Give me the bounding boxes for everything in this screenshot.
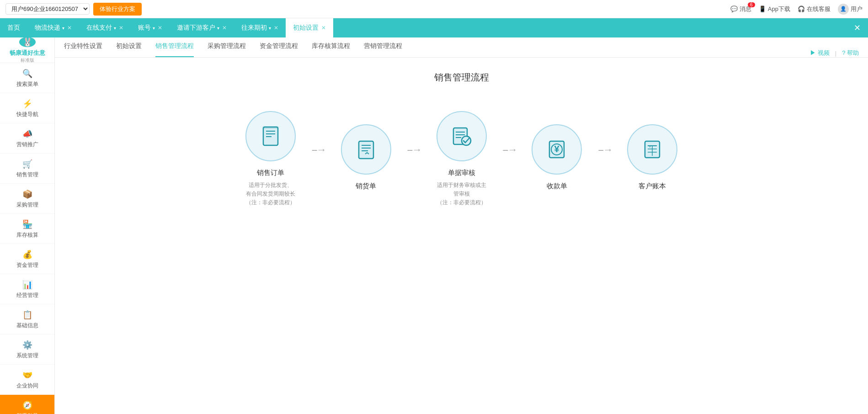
sidebar-item-system-label: 系统管理	[16, 352, 38, 360]
sidebar-item-finance[interactable]: 💰 资金管理	[0, 244, 54, 274]
sub-tab-sales-flow-label: 销售管理流程	[155, 42, 194, 50]
tab-logistics-close[interactable]: ✕	[67, 25, 72, 31]
tab-invite[interactable]: 邀请下游客户 ▾ ✕	[170, 18, 234, 37]
tab-account-close[interactable]: ✕	[158, 25, 162, 31]
sub-tab-finance-flow[interactable]: 资金管理流程	[260, 37, 298, 57]
help-icon: ?	[842, 49, 845, 56]
avatar: 👤	[838, 4, 849, 15]
sub-tabs-right: ▶ 视频 | ? 帮助	[810, 49, 859, 57]
flow-circle-sales-order	[245, 111, 296, 161]
top-bar-right: 💬 消息 6 📱 App下载 🎧 在线客服 👤 用户	[730, 4, 863, 15]
flow-item-customer-ledger-title: 客户账本	[639, 182, 666, 191]
sub-tab-industry[interactable]: 行业特性设置	[64, 37, 102, 57]
sub-tab-sales-flow[interactable]: 销售管理流程	[155, 37, 194, 57]
tab-home[interactable]: 首页	[0, 18, 27, 37]
sidebar-item-purchase-label: 采购管理	[16, 201, 38, 209]
video-icon: ▶	[810, 49, 816, 56]
sub-tab-inventory-flow[interactable]: 库存核算流程	[312, 37, 350, 57]
ledger-icon: ¥	[640, 138, 664, 161]
sidebar-logo-sub: 标准版	[21, 57, 34, 64]
svg-rect-4	[262, 126, 279, 129]
sidebar-item-marketing[interactable]: 📣 营销推广	[0, 123, 54, 154]
business-icon: 📊	[22, 280, 32, 290]
purchase-icon: 📦	[22, 189, 32, 199]
tab-period[interactable]: 往来期初 ▾ ✕	[234, 18, 286, 37]
sidebar-item-inventory[interactable]: 🏪 库存核算	[0, 214, 54, 244]
search-icon: 🔍	[22, 69, 32, 79]
service-label: 在线客服	[807, 5, 831, 13]
tab-period-close[interactable]: ✕	[274, 25, 278, 31]
user-select[interactable]: 用户690企业1660120507	[5, 3, 90, 15]
sidebar-item-newguide[interactable]: 🧭 新手引导	[0, 395, 54, 414]
user-avatar-btn[interactable]: 👤 用户	[838, 4, 863, 15]
sidebar-item-basic[interactable]: 📋 基础信息	[0, 304, 54, 334]
sub-tab-inventory-flow-label: 库存核算流程	[312, 42, 350, 50]
sub-tab-initial-label: 初始设置	[116, 42, 142, 50]
sales-icon: 🛒	[22, 159, 32, 169]
tab-logistics[interactable]: 物流快递 ▾ ✕	[27, 18, 79, 37]
flow-arrow-4: - - →	[593, 144, 616, 156]
tab-payment-label: 在线支付	[86, 24, 112, 32]
sub-tabs: 行业特性设置 初始设置 销售管理流程 采购管理流程 资金管理流程 库存核算流程 …	[55, 37, 868, 58]
sidebar-item-system[interactable]: ⚙️ 系统管理	[0, 334, 54, 365]
message-btn[interactable]: 💬 消息 6	[730, 5, 751, 13]
tab-account-label: 账号	[138, 24, 151, 32]
tab-payment[interactable]: 在线支付 ▾ ✕	[79, 18, 131, 37]
app-download-label: App下载	[768, 5, 790, 13]
flow-item-audit-title: 单据审核	[448, 169, 475, 177]
nav-close-all[interactable]: ✕	[847, 23, 868, 33]
flow-item-sales-order-title: 销售订单	[257, 169, 284, 177]
invoice-icon	[354, 138, 378, 161]
flow-item-sales-order[interactable]: 销售订单 适用于分批发货、有合同发货周期较长（注：非必要流程）	[234, 111, 307, 207]
video-label: 视频	[818, 49, 830, 56]
flow-item-receipt-title: 收款单	[547, 182, 567, 191]
message-icon: 💬	[730, 5, 738, 12]
sub-tab-initial[interactable]: 初始设置	[116, 37, 142, 57]
tab-invite-close[interactable]: ✕	[222, 25, 227, 31]
sidebar-item-purchase[interactable]: 📦 采购管理	[0, 184, 54, 214]
order-icon	[259, 124, 282, 148]
online-service-btn[interactable]: 🎧 在线客服	[798, 5, 831, 13]
help-link[interactable]: ? 帮助	[842, 49, 859, 57]
flow-circle-receipt: ¥	[532, 124, 582, 175]
flow-item-receipt[interactable]: ¥ 收款单	[520, 124, 593, 194]
flow-item-sales-invoice-title: 销货单	[356, 182, 376, 191]
sidebar-item-marketing-label: 营销推广	[16, 141, 38, 149]
sidebar-item-business-label: 经营管理	[16, 292, 38, 299]
sidebar-item-search[interactable]: 🔍 搜索菜单	[0, 63, 54, 93]
tab-account[interactable]: 账号 ▾ ✕	[131, 18, 170, 37]
sidebar-item-business[interactable]: 📊 经营管理	[0, 274, 54, 304]
flow-item-customer-ledger[interactable]: ¥ 客户账本	[616, 124, 689, 194]
nav-tabs: 首页 物流快递 ▾ ✕ 在线支付 ▾ ✕ 账号 ▾ ✕ 邀请下游客户 ▾ ✕ 往…	[0, 18, 868, 37]
sidebar-item-enterprise[interactable]: 🤝 企业协同	[0, 365, 54, 395]
flow-item-sales-invoice[interactable]: 销货单	[330, 124, 403, 194]
sidebar-item-sales[interactable]: 🛒 销售管理	[0, 154, 54, 184]
sidebar-item-quicknav[interactable]: ⚡ 快捷导航	[0, 93, 54, 123]
sub-tab-marketing-flow[interactable]: 营销管理流程	[364, 37, 402, 57]
flow-item-sales-order-desc: 适用于分批发货、有合同发货周期较长（注：非必要流程）	[246, 181, 295, 207]
sub-tab-purchase-flow[interactable]: 采购管理流程	[208, 37, 246, 57]
tab-payment-close[interactable]: ✕	[119, 25, 123, 31]
sidebar-item-basic-label: 基础信息	[16, 322, 38, 329]
sidebar: 🐰 畅康通好生意 标准版 🔍 搜索菜单 ⚡ 快捷导航 📣 营销推广 🛒 销售管理…	[0, 37, 55, 414]
page-title: 销售管理流程	[73, 71, 850, 84]
basic-icon: 📋	[22, 310, 32, 320]
service-icon: 🎧	[798, 5, 805, 12]
tab-init[interactable]: 初始设置 ✕	[286, 18, 333, 37]
tab-invite-label: 邀请下游客户	[177, 24, 215, 32]
flow-diagram: 销售订单 适用于分批发货、有合同发货周期较长（注：非必要流程） - - →	[73, 111, 850, 207]
trial-btn[interactable]: 体验行业方案	[93, 3, 142, 16]
flow-arrow-1: - - →	[307, 144, 330, 156]
flow-item-audit-desc: 适用于财务审核或主管审核（注：非必要流程）	[437, 181, 486, 207]
tab-account-arrow: ▾	[153, 26, 155, 31]
app-download-btn[interactable]: 📱 App下载	[759, 5, 790, 13]
flow-item-audit[interactable]: 单据审核 适用于财务审核或主管审核（注：非必要流程）	[425, 111, 498, 207]
flow-circle-sales-invoice	[341, 124, 391, 175]
tab-init-close[interactable]: ✕	[321, 25, 326, 31]
app-icon: 📱	[759, 5, 766, 12]
sidebar-logo: 🐰 畅康通好生意 标准版	[0, 37, 54, 63]
sub-tab-industry-label: 行业特性设置	[64, 42, 102, 50]
video-link[interactable]: ▶ 视频	[810, 49, 830, 57]
svg-rect-5	[359, 141, 373, 159]
sidebar-item-inventory-label: 库存核算	[16, 231, 38, 239]
